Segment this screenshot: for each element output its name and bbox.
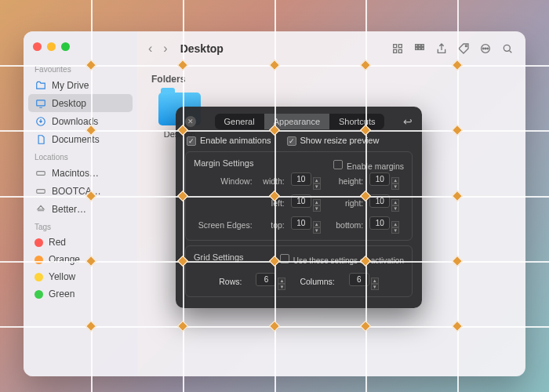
tag-dot-icon (35, 290, 43, 299)
document-icon (35, 133, 46, 145)
sidebar-item-desktop[interactable]: Desktop (28, 94, 133, 112)
svg-rect-3 (36, 189, 45, 193)
share-button[interactable] (434, 42, 449, 55)
stepper[interactable]: ▲▼ (313, 199, 321, 212)
sidebar-item-downloads[interactable]: Downloads (28, 112, 133, 130)
enable-margins-checkbox[interactable]: Enable margins (333, 160, 404, 171)
stepper[interactable]: ▲▼ (391, 221, 399, 234)
tab-shortcuts[interactable]: Shortcuts (329, 114, 384, 129)
zoom-icon[interactable] (61, 42, 70, 51)
edge-left-input[interactable]: 10 (291, 194, 311, 208)
svg-rect-0 (36, 100, 45, 105)
margin-settings-group: Margin Settings Enable margins Window: w… (185, 151, 413, 241)
stepper[interactable]: ▲▼ (391, 177, 399, 190)
action-button[interactable] (478, 42, 493, 55)
disk-icon (35, 185, 46, 197)
stepper[interactable]: ▲▼ (313, 177, 321, 190)
sidebar-tag-orange[interactable]: Orange (28, 251, 133, 268)
tag-dot-icon (35, 273, 43, 281)
tag-dot-icon (35, 256, 43, 264)
svg-rect-7 (398, 49, 402, 53)
use-on-activation-checkbox[interactable]: Use these settings on activation (280, 254, 404, 265)
edge-right-input[interactable]: 10 (369, 194, 390, 208)
window-width-input[interactable]: 10 (291, 172, 311, 186)
window-controls (28, 39, 133, 60)
grid-title: Grid Settings (194, 252, 244, 262)
finder-toolbar: ‹ › Desktop (137, 31, 525, 66)
disk-icon (35, 167, 46, 179)
svg-point-16 (485, 48, 486, 49)
tag-button[interactable] (456, 42, 471, 55)
svg-rect-11 (416, 48, 418, 50)
stepper[interactable]: ▲▼ (313, 221, 321, 234)
sidebar-item-better[interactable]: Better… (28, 200, 133, 218)
close-icon[interactable] (33, 42, 42, 51)
svg-point-17 (483, 48, 485, 49)
back-button[interactable]: ‹ (148, 42, 152, 56)
download-icon (35, 115, 46, 127)
show-resize-preview-checkbox[interactable]: ✓Show resize preview (287, 136, 380, 146)
edge-top-input[interactable]: 10 (291, 216, 311, 230)
sidebar-tag-red[interactable]: Red (28, 234, 133, 251)
sidebar-item-documents[interactable]: Documents (28, 130, 133, 148)
preferences-panel: ✕ General Appearance Shortcuts ↩ ✓Enable… (176, 107, 422, 308)
section-locations: Locations (28, 148, 133, 164)
sidebar-tag-yellow[interactable]: Yellow (28, 268, 133, 285)
content-heading: Folders (151, 74, 511, 85)
columns-input[interactable]: 6 (349, 273, 369, 286)
stepper[interactable]: ▲▼ (371, 278, 379, 290)
sidebar-tag-green[interactable]: Green (28, 285, 133, 303)
tab-bar: General Appearance Shortcuts (215, 114, 385, 129)
margin-title: Margin Settings (194, 158, 253, 168)
edge-bottom-input[interactable]: 10 (369, 216, 390, 230)
eject-icon (35, 203, 46, 215)
desktop-icon (35, 97, 46, 109)
minimize-icon[interactable] (47, 42, 56, 51)
svg-rect-12 (419, 48, 421, 50)
svg-rect-4 (394, 45, 397, 48)
svg-rect-9 (419, 45, 421, 47)
back-arrow-icon[interactable]: ↩ (403, 115, 413, 128)
group-button[interactable] (413, 42, 427, 55)
svg-rect-5 (398, 45, 402, 48)
finder-sidebar: Favourites My Drive Desktop Downloads Do… (24, 31, 137, 376)
stepper[interactable]: ▲▼ (391, 199, 399, 212)
enable-animations-checkbox[interactable]: ✓Enable animations (187, 136, 271, 146)
tab-general[interactable]: General (215, 114, 264, 129)
stepper[interactable]: ▲▼ (278, 278, 285, 290)
window-height-input[interactable]: 10 (369, 172, 390, 186)
svg-point-18 (487, 48, 489, 49)
section-tags: Tags (28, 218, 133, 234)
grid-settings-group: Grid Settings Use these settings on acti… (185, 245, 413, 297)
svg-point-14 (465, 45, 467, 47)
sidebar-item-bootcamp[interactable]: BOOTCA… (28, 182, 133, 200)
search-button[interactable] (500, 42, 514, 55)
window-title: Desktop (180, 42, 224, 55)
svg-rect-6 (394, 49, 397, 53)
svg-point-19 (504, 45, 510, 51)
svg-rect-10 (422, 45, 424, 47)
svg-rect-13 (422, 48, 424, 50)
forward-button[interactable]: › (163, 42, 167, 56)
sidebar-item-macintosh[interactable]: Macintos… (28, 164, 133, 182)
svg-rect-8 (416, 45, 418, 47)
folder-icon (35, 79, 46, 91)
svg-rect-2 (36, 171, 45, 175)
view-icons-button[interactable] (391, 42, 405, 55)
rows-input[interactable]: 6 (256, 273, 276, 286)
sidebar-item-my-drive[interactable]: My Drive (28, 76, 133, 94)
tag-dot-icon (35, 238, 43, 247)
tab-appearance[interactable]: Appearance (264, 114, 329, 129)
section-favourites: Favourites (28, 60, 133, 76)
close-icon[interactable]: ✕ (185, 116, 196, 127)
